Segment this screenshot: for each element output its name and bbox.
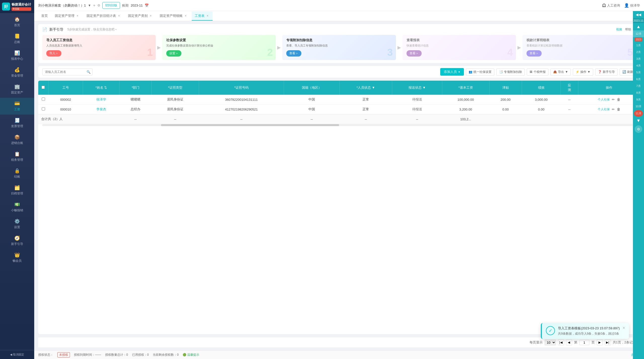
edit-icon-2[interactable]: ✏ xyxy=(612,107,615,111)
calendar-month-5[interactable]: 5月 xyxy=(633,69,644,76)
calendar-month-9[interactable]: 9月 xyxy=(633,96,644,103)
emp-deduct-1: -- xyxy=(561,95,578,105)
sidebar-item-member[interactable]: 👑 畅会员 xyxy=(0,249,34,266)
toast-close-button[interactable]: × xyxy=(623,326,625,330)
calendar-icon[interactable]: 📅 xyxy=(145,4,149,7)
social-insurance-link-2[interactable]: 个人社保 xyxy=(598,107,610,112)
select-all-checkbox[interactable] xyxy=(42,86,45,89)
last-page-button[interactable]: ▶| xyxy=(605,339,611,345)
sidebar-item-archive[interactable]: 🗂️ 归档管理 xyxy=(0,182,34,199)
th-deduct: 应测 xyxy=(561,81,578,95)
search-input[interactable] xyxy=(42,68,93,75)
sidebar-item-reports[interactable]: 📊 报表中心 xyxy=(0,47,34,64)
summary-dash-5: -- xyxy=(339,114,392,124)
page-input[interactable]: 1 xyxy=(579,340,589,345)
sidebar-item-home[interactable]: 🏠 首页 xyxy=(0,14,34,30)
calendar-month-12[interactable]: 12月 xyxy=(633,30,644,37)
sidebar-item-close[interactable]: 🔒 结账 xyxy=(0,165,34,182)
first-page-button[interactable]: |◀ xyxy=(558,339,564,345)
tab-payroll[interactable]: 工资表 × xyxy=(192,12,213,21)
tab-depreciation[interactable]: 固定资产折旧统计表 × xyxy=(84,12,124,21)
add-account-button[interactable]: + xyxy=(93,3,95,8)
tab-fixed-assets[interactable]: 固定资产管理 × xyxy=(52,12,83,21)
sidebar-item-settings[interactable]: ⚙️ 设置 xyxy=(0,216,34,232)
guide-step-1-button[interactable]: 导入＞ xyxy=(46,50,61,57)
tab-home[interactable]: 首页 xyxy=(38,12,51,21)
guide-step-4-button[interactable]: 查看＞ xyxy=(407,50,422,57)
settings-button[interactable]: ⚙ xyxy=(97,4,100,7)
calendar-month-10[interactable]: 10月 xyxy=(633,103,644,110)
tab-close-depreciation[interactable]: × xyxy=(117,14,121,18)
calendar-month-2[interactable]: 2月 xyxy=(633,49,644,56)
account-dropdown-arrow[interactable]: ▼ xyxy=(88,4,91,7)
help-link[interactable]: 帮助 xyxy=(625,27,631,32)
tab-close-payroll[interactable]: × xyxy=(206,14,210,18)
guide-steps: 导入员工工资信息 人员信息及工资数据新增导入 导入＞ 1 ▶ 社保参数设置 完成… xyxy=(42,35,636,60)
delete-icon-1[interactable]: 🗑 xyxy=(617,97,620,101)
new-guide-button[interactable]: ❓ 新手引导 xyxy=(595,68,618,76)
next-page-button[interactable]: ▶ xyxy=(597,339,603,345)
special-deduction-button[interactable]: 📑 专项附加扣除 xyxy=(496,68,525,76)
social-insurance-button[interactable]: 👥 统一社保设置 xyxy=(466,68,494,76)
calendar-month-6[interactable]: 6月 xyxy=(633,76,644,83)
support-button[interactable]: 🎧 人工咨询 xyxy=(602,3,620,8)
calendar-month-7[interactable]: 7月 xyxy=(633,83,644,89)
settings-circle-button[interactable]: ⚙ xyxy=(635,125,642,133)
horizontal-scrollbar[interactable] xyxy=(42,124,636,126)
auth-status-label: 授权状态： xyxy=(38,353,53,357)
user-info[interactable]: 👤 徐泽华 xyxy=(624,3,640,8)
account-name: 刘小艳演示账套（勿删勿动！）1 xyxy=(38,3,86,8)
row-1-checkbox[interactable] xyxy=(42,97,45,101)
submit-filter-icon[interactable]: ▼ xyxy=(422,86,426,89)
row-2-checkbox[interactable] xyxy=(42,107,45,111)
switch-version-button[interactable]: 切到旧版 xyxy=(102,2,120,9)
sidebar-item-guide[interactable]: 🧭 新手引导 xyxy=(0,232,34,249)
pin-icon: ◀ xyxy=(10,353,12,356)
calendar-up-button[interactable]: ▲ xyxy=(635,23,642,30)
calendar-month-11[interactable]: 11月 xyxy=(634,110,643,117)
delete-icon-2[interactable]: 🗑 xyxy=(617,107,620,111)
per-page-select[interactable]: 10 20 50 xyxy=(545,340,556,345)
sidebar-item-ledger[interactable]: 📒 总账 xyxy=(0,30,34,47)
guide-step-5-button[interactable]: 查看＞ xyxy=(527,50,542,57)
sort-icon[interactable]: ⇅ xyxy=(104,86,107,89)
calendar-month-1[interactable]: 1月 xyxy=(633,42,644,49)
tab-close-fixed-assets[interactable]: × xyxy=(75,14,79,18)
video-link[interactable]: 视频 xyxy=(616,27,622,32)
calendar-collapse-button[interactable]: ◀◀ xyxy=(633,11,644,18)
tax-report-button[interactable]: 🏛 个税申报 xyxy=(527,68,548,76)
new-guide-icon: ❓ xyxy=(598,70,602,74)
sidebar-item-assets[interactable]: 🏢 固定资产 xyxy=(0,81,34,98)
calendar-month-3[interactable]: 3月 xyxy=(633,56,644,62)
status-filter-icon[interactable]: ▼ xyxy=(372,86,375,89)
guide-step-3-button[interactable]: 查看＞ xyxy=(286,50,301,57)
sidebar-item-inventory[interactable]: 📦 进销台账 xyxy=(0,131,34,148)
tab-close-asset-detail[interactable]: × xyxy=(184,14,188,18)
th-submit-status: 报送状态 ▼ xyxy=(392,81,442,95)
add-employee-button[interactable]: 添加人员 ▼ xyxy=(440,68,464,76)
calendar-month-8[interactable]: 8月 xyxy=(633,89,644,96)
sidebar-item-tax[interactable]: 📋 税务管理 xyxy=(0,148,34,165)
operations-button[interactable]: ⚡ 操作 ▼ xyxy=(573,68,593,76)
sidebar-item-funds[interactable]: 💰 资金管理 xyxy=(0,64,34,81)
tab-close-asset-category[interactable]: × xyxy=(149,14,153,18)
sidebar-item-expense[interactable]: 💵 小畅报销 xyxy=(0,199,34,216)
tab-asset-detail[interactable]: 固定资产明细账 × xyxy=(157,12,191,21)
search-icon[interactable]: 🔍 xyxy=(87,70,91,74)
calendar-down-button[interactable]: ▼ xyxy=(635,117,642,124)
prev-page-button[interactable]: ◀ xyxy=(566,339,572,345)
sidebar-item-payroll[interactable]: 💳 工资 xyxy=(0,98,34,115)
sidebar-item-billing[interactable]: 🧾 发票管理 xyxy=(0,115,34,131)
emp-name-link-1[interactable]: 徐泽华 xyxy=(96,97,106,101)
cancel-fixed-button[interactable]: ◀ 取消固定 xyxy=(3,353,32,356)
export-button[interactable]: 📤 导出 ▼ xyxy=(550,68,571,76)
logo-text: 畅捷通好会计 专业版 xyxy=(12,3,31,11)
tab-asset-category[interactable]: 固定资产类别 × xyxy=(125,12,156,21)
emp-name-link-2[interactable]: 李俊杰 xyxy=(96,107,106,111)
social-insurance-link-1[interactable]: 个人社保 xyxy=(598,97,610,102)
payroll-icon: 💳 xyxy=(14,101,20,106)
table-container: 工号 *姓名 ⇅ *部门 *证照类型 *证照号码 国籍（地区） *人员状态 ▼ … xyxy=(38,81,640,334)
edit-icon-1[interactable]: ✏ xyxy=(612,97,615,101)
guide-step-2-button[interactable]: 设置＞ xyxy=(166,50,181,57)
calendar-month-4[interactable]: 4月 xyxy=(633,62,644,69)
